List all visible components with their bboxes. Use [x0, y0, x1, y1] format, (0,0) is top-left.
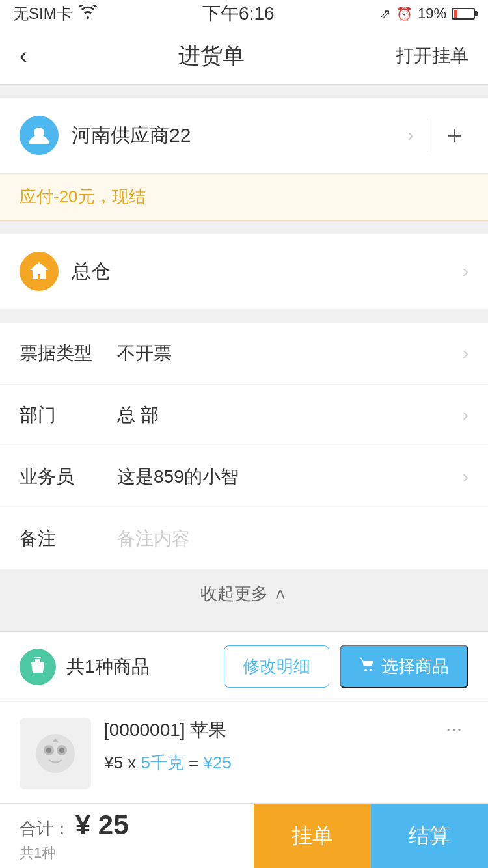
- product-header: 共1种商品 修改明细 选择商品: [0, 631, 488, 701]
- edit-detail-button[interactable]: 修改明细: [224, 645, 329, 688]
- carrier-text: 无SIM卡: [13, 3, 72, 24]
- dept-label: 部门: [20, 403, 104, 427]
- staff-value: 这是859的小智: [104, 465, 463, 489]
- svg-point-3: [370, 669, 372, 671]
- section-gap-3: [0, 309, 488, 322]
- total-area: 合计： ¥ 25 共1种: [0, 809, 254, 863]
- remark-value: 备注内容: [104, 526, 468, 551]
- battery-icon: [452, 8, 475, 20]
- total-label: 合计：: [20, 819, 70, 838]
- status-bar-left: 无SIM卡: [13, 3, 97, 24]
- total-amount: ¥ 25: [75, 809, 129, 840]
- form-section: 票据类型 不开票 › 部门 总 部 › 业务员 这是859的小智 › 备注 备注…: [0, 322, 488, 569]
- select-product-button[interactable]: 选择商品: [340, 645, 468, 688]
- open-hang-button[interactable]: 打开挂单: [396, 44, 468, 68]
- status-bar-time: 下午6:16: [202, 1, 275, 26]
- staff-label: 业务员: [20, 465, 104, 489]
- battery-percent: 19%: [418, 5, 446, 22]
- house-icon: [29, 261, 49, 282]
- supplier-section: 河南供应商22 › + 应付-20元，现结: [0, 98, 488, 221]
- add-supplier-button[interactable]: +: [441, 121, 468, 150]
- svg-point-7: [46, 748, 51, 753]
- select-product-label: 选择商品: [381, 655, 449, 678]
- user-icon: [27, 124, 51, 147]
- page-title: 进货单: [178, 41, 245, 71]
- price-sep: x: [128, 753, 141, 772]
- warehouse-name: 总仓: [72, 258, 463, 285]
- section-gap-2: [0, 221, 488, 234]
- supplier-avatar: [20, 116, 59, 155]
- svg-point-2: [364, 669, 367, 671]
- section-gap-4: [0, 618, 488, 631]
- product-name: [0000001] 苹果: [104, 718, 439, 742]
- svg-point-8: [59, 748, 64, 753]
- warehouse-section: 总仓 ›: [0, 234, 488, 309]
- warehouse-chevron-icon: ›: [463, 261, 468, 282]
- status-bar-right: ⇗ ⏰ 19%: [380, 5, 475, 22]
- product-title: 苹果: [190, 720, 226, 740]
- bottom-bar: 合计： ¥ 25 共1种 挂单 结算: [0, 803, 488, 868]
- invoice-chevron-icon: ›: [463, 343, 468, 364]
- alarm-icon: ⏰: [396, 6, 413, 21]
- remark-label: 备注: [20, 526, 104, 551]
- cart-icon: [359, 657, 376, 677]
- hang-button[interactable]: 挂单: [254, 804, 371, 869]
- product-more-button[interactable]: ···: [439, 718, 468, 740]
- product-total: ¥25: [204, 753, 232, 772]
- dept-value: 总 部: [104, 403, 463, 427]
- product-count-label: 共1种商品: [66, 655, 224, 679]
- product-info: [0000001] 苹果 ¥5 x 5千克 = ¥25: [104, 718, 439, 774]
- invoice-value: 不开票: [104, 341, 463, 366]
- price-value: ¥5: [104, 753, 123, 772]
- section-gap-1: [0, 85, 488, 98]
- status-bar: 无SIM卡 下午6:16 ⇗ ⏰ 19%: [0, 0, 488, 27]
- settle-button[interactable]: 结算: [371, 804, 488, 869]
- dept-chevron-icon: ›: [463, 405, 468, 426]
- back-button[interactable]: ‹: [20, 42, 27, 70]
- location-icon: ⇗: [380, 6, 391, 21]
- nav-bar: ‹ 进货单 打开挂单: [0, 27, 488, 85]
- staff-row[interactable]: 业务员 这是859的小智 ›: [0, 446, 488, 508]
- supplier-notice: 应付-20元，现结: [0, 174, 488, 221]
- product-thumbnail: [20, 718, 91, 789]
- invoice-label: 票据类型: [20, 341, 104, 366]
- collapse-button[interactable]: 收起更多 ∧: [0, 569, 488, 618]
- warehouse-icon: [20, 252, 59, 291]
- svg-rect-1: [35, 659, 40, 662]
- product-price: ¥5 x 5千克 = ¥25: [104, 752, 439, 774]
- invoice-row[interactable]: 票据类型 不开票 ›: [0, 322, 488, 384]
- wifi-icon: [79, 5, 97, 23]
- product-code: [0000001]: [104, 720, 185, 740]
- total-count: 共1种: [20, 843, 234, 863]
- vertical-divider: [427, 119, 427, 152]
- remark-row[interactable]: 备注 备注内容: [0, 508, 488, 569]
- staff-chevron-icon: ›: [463, 467, 468, 487]
- shopping-bag-icon: [28, 657, 47, 677]
- dept-row[interactable]: 部门 总 部 ›: [0, 384, 488, 446]
- product-count-icon: [20, 649, 56, 685]
- chevron-right-icon: ›: [407, 125, 413, 146]
- warehouse-row[interactable]: 总仓 ›: [0, 234, 488, 309]
- supplier-row[interactable]: 河南供应商22 › +: [0, 98, 488, 174]
- product-item: [0000001] 苹果 ¥5 x 5千克 = ¥25 ···: [0, 701, 488, 805]
- product-default-icon: [33, 731, 78, 776]
- price-eq: =: [189, 753, 203, 772]
- supplier-name: 河南供应商22: [72, 122, 407, 149]
- product-qty: 5千克: [141, 753, 183, 772]
